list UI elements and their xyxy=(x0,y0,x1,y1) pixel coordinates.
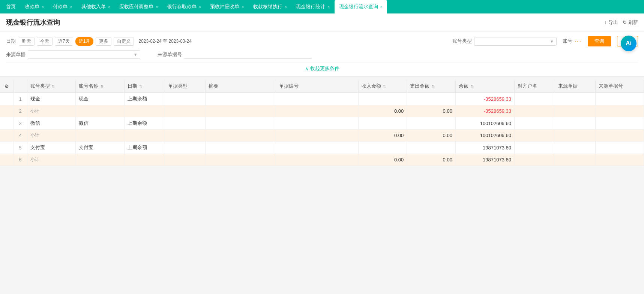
cell-expense xyxy=(407,142,456,154)
table-header-row: ⚙ 账号类型 ⇅ 账号名称 ⇅ 日期 ⇅ 单据类型 摘要 单据编号 xyxy=(0,80,644,93)
table-container: ⚙ 账号类型 ⇅ 账号名称 ⇅ 日期 ⇅ 单据类型 摘要 单据编号 xyxy=(0,80,644,166)
cell-gear xyxy=(0,93,14,105)
cell-account-type: 现金 xyxy=(27,93,76,105)
date-btn-more[interactable]: 更多 xyxy=(96,37,111,46)
cell-gear xyxy=(0,117,14,130)
cell-income: 0.00 xyxy=(358,130,407,142)
source-doc-select[interactable]: ▾ xyxy=(28,50,140,59)
table-row: 5 支付宝 支付宝 上期余额 19871073.60 xyxy=(0,142,644,154)
cell-counterpart xyxy=(514,105,555,117)
refresh-button[interactable]: ↻ 刷新 xyxy=(623,19,638,26)
nav-close-6[interactable]: × xyxy=(285,4,287,9)
cell-account-name: 现金 xyxy=(76,93,125,105)
date-range: 2023-02-24 至 2023-03-24 xyxy=(138,38,191,45)
cell-summary xyxy=(206,142,276,154)
cell-source-doc-no xyxy=(596,154,644,166)
cell-doc-no xyxy=(276,117,359,130)
cell-counterpart xyxy=(514,142,555,154)
col-gear[interactable]: ⚙ xyxy=(0,80,14,93)
nav-close-2[interactable]: × xyxy=(108,4,110,9)
nav-item-6[interactable]: 收款核销执行 × xyxy=(249,0,291,13)
cell-income xyxy=(358,117,407,130)
nav-item-2[interactable]: 其他收入单 × xyxy=(77,0,115,13)
date-btn-custom[interactable]: 自定义 xyxy=(114,37,134,46)
export-button[interactable]: ↑ 导出 xyxy=(605,19,618,26)
cell-summary xyxy=(206,105,276,117)
nav-item-5[interactable]: 预收冲应收单 × xyxy=(206,0,248,13)
sort-date-icon: ⇅ xyxy=(139,84,142,88)
nav-item-8[interactable]: 现金银行流水查询 × xyxy=(335,0,387,13)
nav-home[interactable]: 首页 xyxy=(2,0,20,13)
data-table: ⚙ 账号类型 ⇅ 账号名称 ⇅ 日期 ⇅ 单据类型 摘要 单据编号 xyxy=(0,80,644,166)
cell-summary xyxy=(206,154,276,166)
cell-source-doc xyxy=(555,117,596,130)
nav-close-4[interactable]: × xyxy=(199,4,201,9)
account-label: 账号 xyxy=(563,38,572,45)
col-doc-type: 单据类型 xyxy=(165,80,205,93)
cell-doc-no xyxy=(276,130,359,142)
nav-item-3[interactable]: 应收应付调整单 × xyxy=(115,0,162,13)
table-row: 6 小计 0.00 0.00 19871073.60 xyxy=(0,154,644,166)
nav-close-1[interactable]: × xyxy=(70,4,72,9)
table-row: 1 现金 现金 上期余额 -3528659.33 xyxy=(0,93,644,105)
cell-source-doc-no xyxy=(596,93,644,105)
cell-income: 0.00 xyxy=(358,105,407,117)
nav-item-1[interactable]: 付款单 × xyxy=(48,0,77,13)
nav-item-0[interactable]: 收款单 × xyxy=(20,0,48,13)
col-date[interactable]: 日期 ⇅ xyxy=(124,80,165,93)
collapse-conditions-button[interactable]: ∧ 收起更多条件 xyxy=(6,63,638,72)
date-btn-yesterday[interactable]: 昨天 xyxy=(19,37,35,46)
cell-date xyxy=(124,105,165,117)
date-btn-7days[interactable]: 近7天 xyxy=(55,37,73,46)
chevron-up-icon: ∧ xyxy=(305,66,309,72)
col-counterpart: 对方户名 xyxy=(514,80,555,93)
cell-income: 0.00 xyxy=(358,154,407,166)
cell-source-doc-no xyxy=(596,130,644,142)
sort-balance-icon: ⇅ xyxy=(471,84,474,88)
date-options: 昨天 今天 近7天 近1月 更多 自定义 xyxy=(19,37,134,46)
col-account-name[interactable]: 账号名称 ⇅ xyxy=(76,80,125,93)
nav-close-7[interactable]: × xyxy=(327,4,330,9)
cell-doc-no xyxy=(276,142,359,154)
account-dots-button[interactable]: ··· xyxy=(575,38,582,45)
date-btn-1month[interactable]: 近1月 xyxy=(75,37,94,46)
cell-row-num: 3 xyxy=(14,117,27,130)
col-account-type[interactable]: 账号类型 ⇅ xyxy=(27,80,76,93)
account-type-select[interactable]: ▾ xyxy=(474,37,557,46)
nav-close-8[interactable]: × xyxy=(380,4,383,9)
sort-account-type-icon: ⇅ xyxy=(52,84,55,88)
cell-counterpart xyxy=(514,154,555,166)
nav-close-5[interactable]: × xyxy=(242,4,244,9)
sort-income-icon: ⇅ xyxy=(383,84,386,88)
source-doc-chevron-icon: ▾ xyxy=(134,52,137,57)
cell-gear xyxy=(0,130,14,142)
cell-date xyxy=(124,154,165,166)
cell-balance: 19871073.60 xyxy=(455,154,514,166)
col-income[interactable]: 收入金额 ⇅ xyxy=(358,80,407,93)
nav-close-3[interactable]: × xyxy=(156,4,158,9)
cell-source-doc-no xyxy=(596,117,644,130)
cell-date: 上期余额 xyxy=(124,117,165,130)
col-source-doc-no: 来源单据号 xyxy=(596,80,644,93)
col-balance[interactable]: 余额 ⇅ xyxy=(455,80,514,93)
ai-badge[interactable]: Ai xyxy=(621,36,636,51)
nav-item-7[interactable]: 现金银行统计 × xyxy=(291,0,334,13)
nav-item-4[interactable]: 银行存取款单 × xyxy=(163,0,206,13)
table-row: 4 小计 0.00 0.00 100102606.60 xyxy=(0,130,644,142)
cell-doc-type xyxy=(165,154,205,166)
source-doc-no-input[interactable] xyxy=(184,51,312,59)
cell-row-num: 5 xyxy=(14,142,27,154)
page-header: 现金银行流水查询 ↑ 导出 ↻ 刷新 xyxy=(0,13,644,31)
cell-doc-type xyxy=(165,93,205,105)
date-btn-today[interactable]: 今天 xyxy=(37,37,53,46)
filter-row-2: 来源单据 ▾ 来源单据号 xyxy=(6,50,638,59)
cell-account-name: 支付宝 xyxy=(76,142,125,154)
nav-close-0[interactable]: × xyxy=(42,4,44,9)
export-icon: ↑ xyxy=(605,19,607,25)
cell-balance: -3528659.33 xyxy=(455,93,514,105)
source-doc-no-label: 来源单据号 xyxy=(158,51,182,58)
query-button[interactable]: 查询 xyxy=(588,36,611,46)
col-expense[interactable]: 支出金额 ⇅ xyxy=(407,80,456,93)
cell-source-doc xyxy=(555,93,596,105)
cell-account-type: 微信 xyxy=(27,117,76,130)
